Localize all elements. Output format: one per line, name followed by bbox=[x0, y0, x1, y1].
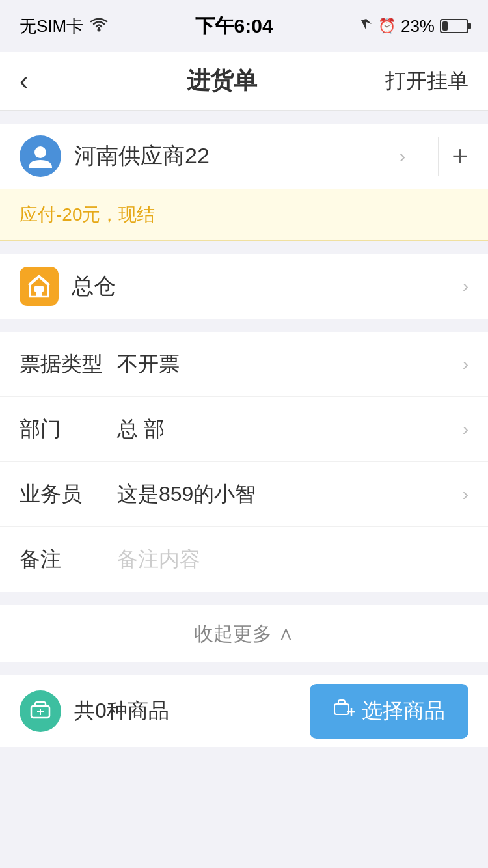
status-carrier: 无SIM卡 bbox=[20, 15, 108, 38]
battery-icon bbox=[440, 19, 468, 33]
battery-percent: 23% bbox=[401, 16, 435, 36]
remark-label: 备注 bbox=[20, 545, 111, 574]
sales-label: 业务员 bbox=[20, 480, 111, 509]
status-bar: 无SIM卡 下午6:04 ⏰ 23% bbox=[0, 0, 488, 52]
sales-row[interactable]: 业务员 这是859的小智 › bbox=[0, 462, 488, 527]
page-title: 进货单 bbox=[187, 65, 257, 97]
product-icon bbox=[20, 690, 61, 732]
collapse-section[interactable]: 收起更多 ∧ bbox=[0, 605, 488, 662]
product-section: 共0种商品 选择商品 bbox=[0, 675, 488, 747]
bottom-bg bbox=[0, 760, 488, 868]
sales-chevron-icon: › bbox=[463, 484, 468, 505]
supplier-right: › + bbox=[399, 137, 468, 176]
back-button[interactable]: ‹ bbox=[20, 66, 59, 96]
dept-label: 部门 bbox=[20, 415, 111, 444]
cart-icon bbox=[27, 698, 53, 724]
warehouse-chevron-icon: › bbox=[463, 276, 468, 297]
remark-row[interactable]: 备注 备注内容 bbox=[0, 527, 488, 592]
supplier-name: 河南供应商22 bbox=[74, 141, 399, 171]
select-product-label: 选择商品 bbox=[362, 697, 445, 726]
nav-bar: ‹ 进货单 打开挂单 bbox=[0, 52, 488, 111]
select-product-icon bbox=[333, 699, 355, 724]
form-section: 票据类型 不开票 › 部门 总 部 › 业务员 这是859的小智 › 备注 备注… bbox=[0, 332, 488, 592]
svg-point-1 bbox=[34, 146, 46, 158]
status-time: 下午6:04 bbox=[195, 13, 273, 40]
divider-top bbox=[0, 111, 488, 124]
invoice-label: 票据类型 bbox=[20, 350, 111, 379]
warehouse-icon bbox=[20, 267, 59, 306]
location-icon bbox=[360, 16, 373, 36]
supplier-avatar bbox=[20, 135, 61, 177]
dept-row[interactable]: 部门 总 部 › bbox=[0, 397, 488, 462]
warehouse-row[interactable]: 总仓 › bbox=[0, 254, 488, 319]
vertical-divider bbox=[438, 137, 439, 176]
supplier-row[interactable]: 河南供应商22 › + bbox=[20, 124, 468, 189]
invoice-chevron-icon: › bbox=[463, 354, 468, 375]
supplier-section: 河南供应商22 › + bbox=[0, 124, 488, 189]
supplier-chevron-icon: › bbox=[399, 145, 405, 167]
wifi-icon bbox=[90, 16, 108, 36]
svg-point-0 bbox=[98, 28, 101, 31]
warehouse-name: 总仓 bbox=[72, 271, 463, 301]
main-content: 河南供应商22 › + 应付-20元，现结 总仓 › bbox=[0, 111, 488, 868]
add-supplier-button[interactable]: + bbox=[452, 140, 468, 172]
sales-value: 这是859的小智 bbox=[117, 480, 463, 509]
alarm-icon: ⏰ bbox=[378, 18, 396, 34]
add-cart-icon bbox=[333, 699, 355, 718]
dept-chevron-icon: › bbox=[463, 419, 468, 440]
carrier-text: 无SIM卡 bbox=[20, 15, 83, 38]
invoice-row[interactable]: 票据类型 不开票 › bbox=[0, 332, 488, 397]
open-pending-button[interactable]: 打开挂单 bbox=[385, 67, 468, 96]
collapse-label: 收起更多 ∧ bbox=[194, 621, 293, 647]
product-count-label: 共0种商品 bbox=[74, 697, 310, 726]
invoice-value: 不开票 bbox=[117, 350, 463, 379]
person-icon bbox=[27, 143, 53, 169]
svg-rect-3 bbox=[34, 286, 44, 292]
remark-input[interactable]: 备注内容 bbox=[117, 545, 468, 574]
dept-value: 总 部 bbox=[117, 415, 463, 444]
house-icon bbox=[27, 275, 51, 298]
notice-text: 应付-20元，现结 bbox=[20, 204, 155, 224]
notice-bar: 应付-20元，现结 bbox=[0, 189, 488, 241]
select-product-button[interactable]: 选择商品 bbox=[310, 684, 468, 739]
status-right: ⏰ 23% bbox=[360, 16, 468, 36]
svg-rect-7 bbox=[334, 704, 349, 714]
warehouse-section[interactable]: 总仓 › bbox=[0, 254, 488, 319]
